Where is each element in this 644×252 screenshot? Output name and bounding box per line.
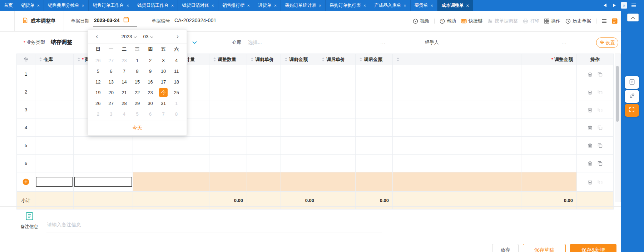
- arrow-left-icon[interactable]: [600, 0, 610, 11]
- tab-close-icon[interactable]: ×: [171, 3, 174, 8]
- tab-close-icon[interactable]: ×: [403, 3, 406, 8]
- cell-adjust_qty[interactable]: [209, 65, 247, 83]
- cell-after_price[interactable]: [318, 65, 356, 83]
- save-and-new-button[interactable]: 保存&新增: [570, 244, 616, 252]
- new-row-input[interactable]: [36, 177, 73, 187]
- calendar-icon[interactable]: [123, 17, 129, 24]
- cell-blank[interactable]: [393, 101, 521, 119]
- cell-adjust_amount[interactable]: [521, 119, 577, 137]
- add-row-button[interactable]: [23, 178, 29, 185]
- cell-after_price[interactable]: [318, 119, 356, 137]
- cell-before_amount[interactable]: [281, 137, 318, 155]
- warehouse-input[interactable]: 选择... ...: [245, 36, 388, 49]
- calendar-day[interactable]: 6: [105, 66, 118, 76]
- more-options-icon[interactable]: ...: [561, 40, 567, 45]
- card-view-icon[interactable]: [612, 18, 618, 24]
- cell-before_price[interactable]: [247, 137, 281, 155]
- cell-before_amount[interactable]: [281, 155, 318, 172]
- cell-adjust_qty[interactable]: [209, 101, 247, 119]
- tab-close-icon[interactable]: ×: [82, 3, 85, 8]
- prev-month-button[interactable]: ‹: [93, 33, 101, 40]
- cell-after_price[interactable]: [318, 101, 356, 119]
- top-tab[interactable]: 产成品入库单×: [370, 0, 411, 11]
- top-tab[interactable]: 销售费用分摊单×: [44, 0, 89, 11]
- calendar-day[interactable]: 5: [91, 66, 105, 76]
- cell-warehouse[interactable]: [35, 119, 74, 137]
- cell-adjust_amount[interactable]: [521, 101, 577, 119]
- cell-adjust_amount[interactable]: [521, 155, 577, 172]
- calendar-day[interactable]: 7: [157, 109, 170, 119]
- tab-close-icon[interactable]: ×: [247, 3, 250, 8]
- calendar-day[interactable]: 7: [118, 66, 131, 76]
- delete-row-icon[interactable]: [588, 180, 593, 185]
- calendar-day[interactable]: 15: [131, 76, 144, 87]
- calendar-day[interactable]: 10: [157, 66, 170, 76]
- cell-before_price[interactable]: [247, 83, 281, 101]
- calendar-day[interactable]: 20: [105, 87, 118, 98]
- calendar-day[interactable]: 19: [91, 87, 105, 98]
- calendar-day[interactable]: 29: [131, 98, 144, 109]
- calendar-day[interactable]: 2: [144, 55, 157, 66]
- calendar-day[interactable]: 21: [118, 87, 131, 98]
- delete-row-icon[interactable]: [588, 161, 593, 166]
- calendar-day[interactable]: 28: [118, 98, 131, 109]
- calendar-day[interactable]: 22: [131, 87, 144, 98]
- tab-close-icon[interactable]: ×: [127, 3, 129, 8]
- toolbar-action[interactable]: 视频: [413, 18, 429, 24]
- top-tab[interactable]: 采购订单执行表×: [326, 0, 370, 11]
- cell-after_price[interactable]: [318, 83, 356, 101]
- cell-after_price[interactable]: [318, 137, 356, 155]
- col-header-adjust_qty[interactable]: 调整数量: [209, 54, 247, 65]
- cell-adjust_qty[interactable]: [209, 137, 247, 155]
- cell-warehouse[interactable]: [35, 83, 74, 101]
- delete-row-icon[interactable]: [588, 107, 593, 113]
- copy-row-icon[interactable]: [598, 72, 603, 77]
- form-panel-button[interactable]: [625, 76, 639, 89]
- cell-adjust_qty[interactable]: [209, 155, 247, 172]
- calendar-day[interactable]: 8: [170, 109, 183, 119]
- handler-input[interactable]: ...: [442, 36, 570, 49]
- chevron-down-icon[interactable]: [192, 41, 197, 44]
- collapse-toolbar-button[interactable]: [627, 14, 639, 21]
- date-input[interactable]: 2023-03-24: [93, 15, 137, 27]
- delete-row-icon[interactable]: [588, 90, 593, 95]
- top-tab[interactable]: 成本调整单×: [437, 0, 473, 11]
- calendar-day[interactable]: 3: [157, 55, 170, 66]
- calendar-day[interactable]: 25: [170, 87, 183, 98]
- top-tab[interactable]: 要货单×: [411, 0, 437, 11]
- cell-after_amount[interactable]: [356, 137, 393, 155]
- cell-blank[interactable]: [393, 155, 521, 172]
- remark-input[interactable]: [46, 222, 382, 228]
- scrollbar-thumb[interactable]: [616, 66, 619, 122]
- calendar-day[interactable]: 27: [105, 98, 118, 109]
- copy-row-icon[interactable]: [598, 143, 603, 148]
- calendar-day[interactable]: 26: [91, 55, 105, 66]
- cell-product[interactable]: [74, 155, 133, 172]
- calendar-day[interactable]: 8: [131, 66, 144, 76]
- cell-after_amount[interactable]: [356, 101, 393, 119]
- cell-adjust_amount[interactable]: [521, 65, 577, 83]
- cell-after_amount[interactable]: [356, 65, 393, 83]
- calendar-day[interactable]: 16: [144, 76, 157, 87]
- top-tab[interactable]: 钱货日清对账×: [178, 0, 218, 11]
- cell-before_price[interactable]: [247, 65, 281, 83]
- cell-before_amount[interactable]: [281, 119, 318, 137]
- cell-adjust_qty[interactable]: [209, 83, 247, 101]
- col-header-after_price[interactable]: 调后单价: [318, 54, 356, 65]
- cell-blank[interactable]: [393, 83, 521, 101]
- cell-blank[interactable]: [393, 65, 521, 83]
- top-tab[interactable]: 销售订单工作台×: [89, 0, 133, 11]
- calendar-day[interactable]: 4: [118, 109, 131, 119]
- expand-panel-button[interactable]: [625, 104, 639, 117]
- calendar-day[interactable]: 17: [157, 76, 170, 87]
- col-header-before_amount[interactable]: 调前金额: [281, 54, 318, 65]
- calendar-day[interactable]: 9: [144, 66, 157, 76]
- cell-adjust_qty[interactable]: [209, 119, 247, 137]
- top-tab[interactable]: 采购订单统计表×: [281, 0, 326, 11]
- tab-close-icon[interactable]: ×: [466, 3, 469, 8]
- cell-after_amount[interactable]: [356, 155, 393, 172]
- cell-hidden[interactable]: [133, 155, 177, 172]
- calendar-day[interactable]: 13: [105, 76, 118, 87]
- cell-after_price[interactable]: [318, 155, 356, 172]
- doc-tab-cost-adjustment[interactable]: 成本调整单: [14, 11, 64, 31]
